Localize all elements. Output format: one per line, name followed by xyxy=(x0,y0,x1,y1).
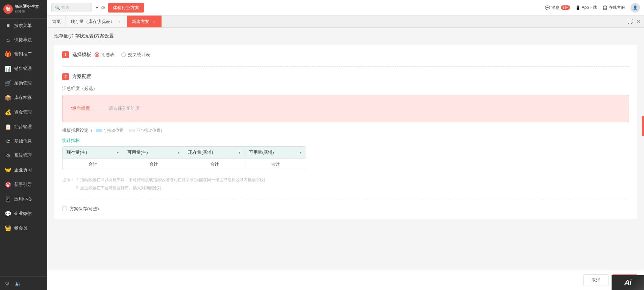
marketing-icon: 🎁 xyxy=(5,51,11,57)
sidebar-item-label: 应用中心 xyxy=(14,196,32,202)
guide-icon: 🎯 xyxy=(5,182,11,188)
col-0-chevron[interactable]: ▾ xyxy=(117,150,119,155)
sidebar-item-label: 库存核算 xyxy=(14,95,32,101)
stats-section: 统计指标 现存量(主) ▾ 合计 xyxy=(62,138,629,170)
sidebar-nav: ≡ 搜索菜单 ⌂ 快捷导航 🎁 营销推广 📊 销售管理 🛒 采购管理 📦 库存核… xyxy=(0,19,47,276)
stats-col-1-header[interactable]: 可用量(主) ▾ xyxy=(123,147,184,159)
sidebar-item-cooperation[interactable]: 🤝 企业协同 xyxy=(0,163,47,177)
tabbar-controls: ⛶ ✕ xyxy=(624,16,644,27)
user-avatar[interactable]: 👤 xyxy=(630,3,640,13)
sidebar-item-label: 营销推广 xyxy=(14,51,32,57)
stats-col-0-header[interactable]: 现存量(主) ▾ xyxy=(63,147,123,159)
stats-table-header: 现存量(主) ▾ 合计 可用量(主) ▾ 合计 xyxy=(63,147,306,170)
radio-summary[interactable]: 汇总表 xyxy=(95,52,115,58)
messages-badge: 99+ xyxy=(561,5,570,10)
online-service-btn[interactable]: 🎧 在线客服 xyxy=(602,5,625,10)
sidebar-item-inventory[interactable]: 📦 库存核算 xyxy=(0,91,47,105)
sidebar-item-base-info[interactable]: 🗂 基础信息 xyxy=(0,134,47,148)
dimension-area[interactable]: *纵向维度 —— 请选择分组维度 xyxy=(62,95,629,122)
radio-cross[interactable]: 交叉统计表 xyxy=(121,52,150,58)
inventory-tab-close[interactable]: × xyxy=(117,19,122,24)
inventory-icon: 📦 xyxy=(5,95,11,101)
sidebar-item-label: 资金管理 xyxy=(14,109,32,115)
dropdown-icon[interactable]: ▾ xyxy=(96,5,98,10)
dimension-dash: —— xyxy=(93,105,105,112)
sidebar-item-wechat[interactable]: 💬 企业微信 xyxy=(0,207,47,221)
home-tab-label: 首页 xyxy=(52,19,61,25)
save-checkbox[interactable] xyxy=(62,207,67,211)
sidebar-item-marketing[interactable]: 🎁 营销推广 xyxy=(0,47,47,62)
sidebar-item-label: 企业微信 xyxy=(14,211,32,217)
sidebar-item-app-center[interactable]: 📱 应用中心 xyxy=(0,192,47,207)
scroll-handle[interactable] xyxy=(642,116,644,136)
industry-btn[interactable]: 体验行业方案 xyxy=(108,3,144,13)
search-box[interactable]: 🔍 搜索 xyxy=(51,3,92,12)
sidebar-item-operation[interactable]: 📋 经营管理 xyxy=(0,120,47,134)
stats-label: 统计指标 xyxy=(62,138,629,144)
scheme-card: 1 选择模板 汇总表 交叉统计表 xyxy=(54,45,637,219)
help-icon[interactable]: 🔈 xyxy=(15,280,22,287)
sidebar-item-quick-nav[interactable]: ⌂ 快捷导航 xyxy=(0,33,47,47)
app-center-icon: 📱 xyxy=(5,196,11,202)
headset-icon: 🎧 xyxy=(602,5,608,10)
cancel-button[interactable]: 取消 xyxy=(583,274,609,286)
bottombar: 取消 查询 xyxy=(47,270,644,290)
stats-table: 现存量(主) ▾ 合计 可用量(主) ▾ 合计 xyxy=(62,146,306,170)
tab-home[interactable]: 首页 xyxy=(47,16,66,27)
topbar: 🔍 搜索 ▾ ⚙ 体验行业方案 💬 消息 99+ 📱 App下载 🎧 在线客服 xyxy=(47,0,644,16)
operation-icon: 📋 xyxy=(5,124,11,130)
tips-title: 提示： 1.拖动标题栏可以调整布局，不可跨维度或指标区域拖动栏目字段(只能在同一… xyxy=(62,176,629,184)
app-version: 标准版 xyxy=(15,9,39,14)
section2-header: 2 方案配置 xyxy=(62,73,629,80)
col-3-label: 可用量(基辅) xyxy=(249,149,274,155)
messages-label: 消息 xyxy=(551,5,560,10)
section1-title: 选择模板 xyxy=(72,52,91,58)
sidebar-item-label: 快捷导航 xyxy=(14,37,32,43)
messages-btn[interactable]: 💬 消息 99+ xyxy=(545,5,570,10)
sidebar-item-sales[interactable]: 📊 销售管理 xyxy=(0,62,47,76)
search-icon: 🔍 xyxy=(55,5,60,10)
draggable-box xyxy=(96,129,102,132)
topbar-settings-icon[interactable]: ⚙ xyxy=(101,4,105,11)
sidebar-item-search-menu[interactable]: ≡ 搜索菜单 xyxy=(0,19,47,33)
section1-num: 1 xyxy=(62,51,69,58)
section2-title: 方案配置 xyxy=(72,74,91,80)
sidebar-item-label: 搜索菜单 xyxy=(14,23,32,29)
sidebar: 畅 畅康通好生意 标准版 ≡ 搜索菜单 ⌂ 快捷导航 🎁 营销推广 📊 销售管理… xyxy=(0,0,47,290)
col-3-chevron[interactable]: ▾ xyxy=(300,150,302,155)
dimension-content: *纵向维度 —— 请选择分组维度 xyxy=(71,105,140,112)
expand-icon[interactable]: ⛶ xyxy=(627,19,633,25)
aggregate-label: 汇总维度（必选） xyxy=(62,86,629,92)
col-1-cell: 合计 xyxy=(123,159,184,170)
tab-new-scheme[interactable]: 新建方案 × xyxy=(127,16,162,27)
stats-col-2-header[interactable]: 现存量(基辅) ▾ xyxy=(184,147,245,159)
avatar-icon: 👤 xyxy=(633,5,638,10)
sidebar-item-purchase[interactable]: 🛒 采购管理 xyxy=(0,76,47,91)
col-1-chevron[interactable]: ▾ xyxy=(178,150,180,155)
sidebar-item-member[interactable]: 👑 畅会员 xyxy=(0,221,47,236)
sidebar-item-system[interactable]: ⚙ 系统管理 xyxy=(0,148,47,163)
tab-inventory-status[interactable]: 现存量（库存状况表） × xyxy=(66,16,127,27)
ai-badge[interactable]: Ai xyxy=(612,275,644,290)
dimension-placeholder: 请选择分组维度 xyxy=(109,105,140,112)
tabbar: 首页 现存量（库存状况表） × 新建方案 × ⛶ ✕ xyxy=(47,16,644,28)
col-0-label: 现存量(主) xyxy=(67,149,87,155)
sidebar-item-label: 销售管理 xyxy=(14,66,32,72)
legend-nodrag: 不可拖动位置） xyxy=(129,128,165,134)
sidebar-item-guide[interactable]: 🎯 新手引导 xyxy=(0,177,47,192)
close-all-icon[interactable]: ✕ xyxy=(636,18,641,25)
stats-col-3-header[interactable]: 可用量(基辅) ▾ xyxy=(245,147,306,159)
legend-nodrag-label: 不可拖动位置） xyxy=(136,128,165,134)
finance-icon: 💰 xyxy=(5,109,11,116)
sidebar-item-finance[interactable]: 💰 资金管理 xyxy=(0,105,47,120)
legend-draggable: 可拖动位置 xyxy=(96,128,123,134)
sidebar-item-label: 经营管理 xyxy=(14,124,32,130)
template-radio-group: 汇总表 交叉统计表 xyxy=(95,52,150,58)
new-scheme-tab-close[interactable]: × xyxy=(151,19,157,24)
tips-section: 提示： 1.拖动标题栏可以调整布局，不可跨维度或指标区域拖动栏目字段(只能在同一… xyxy=(62,176,629,192)
app-download-btn[interactable]: 📱 App下载 xyxy=(575,5,597,10)
col-2-chevron[interactable]: ▾ xyxy=(239,150,241,155)
search-menu-icon: ≡ xyxy=(5,23,11,29)
settings-icon[interactable]: ⚙ xyxy=(5,280,9,287)
topbar-right: 💬 消息 99+ 📱 App下载 🎧 在线客服 👤 xyxy=(545,3,640,13)
